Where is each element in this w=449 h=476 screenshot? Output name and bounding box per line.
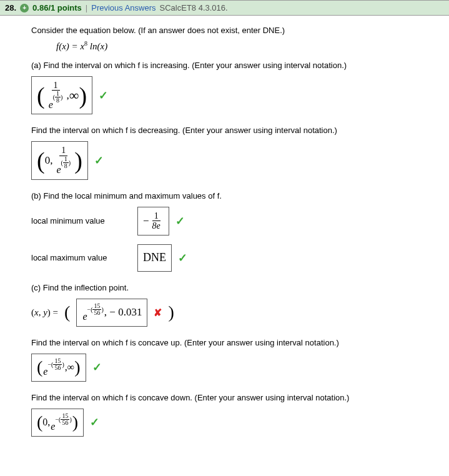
close-paren: ): [72, 414, 78, 430]
part-a-ans1-box[interactable]: ( 1 e (18) , ∞ ): [31, 76, 92, 114]
e-base: e: [56, 164, 61, 176]
open-paren: (: [37, 359, 42, 375]
e-power: e −(1556): [82, 303, 103, 322]
y-var: y: [43, 307, 47, 317]
neg-sign: −: [47, 361, 51, 368]
part-c-q: (c) Find the inflection point.: [31, 283, 430, 292]
xy-label: (x, y) =: [31, 307, 58, 318]
close-paren: ): [168, 304, 174, 320]
open-paren: (: [37, 150, 45, 171]
part-b-min-box[interactable]: − 1 8e: [137, 207, 169, 236]
small-frac: 18: [55, 91, 61, 104]
small-frac: 18: [63, 156, 69, 169]
part-c-q2: Find the interval on which f is concave …: [31, 338, 430, 347]
e-base: e: [82, 311, 87, 322]
part-c-ans3-row: ( 0, e −(1556) ) ✓: [31, 409, 430, 437]
neg-sign: −: [87, 306, 91, 313]
e-power: e (18): [56, 156, 71, 176]
sfrac-num: 15: [92, 303, 101, 310]
e-power: e (18): [49, 91, 63, 110]
close-paren: ): [74, 359, 80, 375]
e-base: e: [51, 421, 55, 432]
previous-answers-link[interactable]: Previous Answers: [91, 3, 155, 12]
local-max-label: local maximum value: [31, 253, 131, 262]
check-icon: ✓: [99, 89, 108, 102]
check-icon: ✓: [178, 251, 187, 265]
part-a-ans2-row: ( 0, 1 e (18) ) ✓: [31, 141, 430, 179]
check-icon: ✓: [94, 154, 104, 167]
part-c-ans-box[interactable]: e −(1556) , − 0.031: [76, 299, 147, 327]
sfrac-den: 56: [61, 420, 69, 426]
plus-icon[interactable]: +: [20, 4, 29, 12]
frac-den: 8e: [150, 221, 162, 231]
local-min-label: local minimum value: [31, 216, 131, 226]
part-b-max-box[interactable]: DNE: [137, 244, 172, 272]
question-header: 28. + 0.86/1 points | Previous Answers S…: [0, 0, 449, 16]
exp-group: −(1556): [47, 358, 64, 371]
open-paren: (: [37, 85, 45, 106]
sfrac-den: 8: [55, 97, 61, 104]
open-paren: (: [64, 304, 70, 320]
sfrac-den: 56: [92, 310, 101, 316]
separator: |: [86, 3, 87, 12]
close-paren: ): [79, 85, 87, 106]
sfrac-num: 15: [53, 358, 62, 365]
book-reference: SCalcET8 4.3.016.: [160, 3, 228, 12]
comma-inf: ,∞: [65, 362, 74, 373]
frac-den: e (18): [46, 91, 66, 110]
part-a-q1: (a) Find the interval on which f is incr…: [31, 61, 430, 70]
frac-num: 1: [59, 146, 67, 156]
open-paren: (: [37, 414, 42, 430]
small-frac: 1556: [61, 413, 69, 426]
part-a-q1-text: (a) Find the interval on which f is incr…: [31, 61, 347, 70]
part-b-q: (b) Find the local minimum and maximum v…: [31, 191, 430, 201]
function-definition: f(x) = x8 ln(x): [56, 40, 430, 52]
check-icon: ✓: [90, 415, 99, 429]
part-b-max-row: local maximum value DNE ✓: [31, 244, 430, 272]
exp-group: −(1556): [55, 413, 71, 426]
sfrac-den: 56: [53, 365, 62, 371]
frac-num: 1: [52, 81, 60, 91]
part-a-ans2-box[interactable]: ( 0, 1 e (18) ): [31, 141, 88, 179]
fraction: 1 e (18): [54, 146, 73, 175]
small-frac: 1556: [92, 303, 101, 316]
zero: 0,: [45, 154, 53, 167]
e-base: e: [49, 99, 53, 111]
check-icon: ✓: [175, 214, 185, 228]
e-power: e −(1556): [51, 413, 71, 432]
neg-sign: −: [143, 215, 149, 227]
question-content: Consider the equation below. (If an answ…: [0, 16, 449, 449]
part-c-ans3-box[interactable]: ( 0, e −(1556) ): [31, 409, 84, 437]
sfrac-num: 15: [61, 413, 69, 420]
part-c-ans-row: (x, y) = ( e −(1556) , − 0.031 ✘ ): [31, 299, 430, 327]
sfrac-den: 8: [63, 163, 69, 169]
question-number: 28.: [5, 3, 16, 12]
small-frac: 1556: [53, 358, 62, 371]
zero: 0,: [42, 417, 50, 428]
part-c-ans2-row: ( e −(1556) ,∞ ) ✓: [31, 354, 430, 382]
check-icon: ✓: [92, 360, 102, 374]
x-var: x: [34, 307, 39, 317]
main-prompt: Consider the equation below. (If an answ…: [31, 26, 430, 35]
points-label: 0.86/1 points: [32, 3, 82, 12]
cross-icon: ✘: [154, 307, 162, 319]
part-a-ans1-row: ( 1 e (18) , ∞ ) ✓: [31, 76, 430, 114]
exp-group: (18): [53, 91, 63, 104]
neg-sign: −: [55, 416, 59, 423]
exp-group: (18): [61, 156, 71, 169]
part-a-q2: Find the interval on which f is decreasi…: [31, 126, 430, 135]
fraction: 1 e (18): [46, 81, 66, 110]
e-power: e −(1556): [43, 358, 64, 377]
e-base: e: [43, 366, 47, 377]
part-c-ans2-box[interactable]: ( e −(1556) ,∞ ): [31, 354, 86, 382]
exp-group: −(1556): [87, 303, 104, 316]
frac-num: 1: [152, 211, 160, 221]
frac-den: e (18): [54, 156, 73, 176]
part-b-min-row: local minimum value − 1 8e ✓: [31, 207, 430, 236]
close-paren: ): [74, 150, 82, 171]
comma-value: , − 0.031: [104, 306, 142, 319]
func-rhs: ln(x): [87, 41, 107, 51]
fraction: 1 8e: [150, 211, 162, 231]
part-c-q3: Find the interval on which f is concave …: [31, 393, 430, 402]
func-lhs: f(x) = x: [56, 41, 84, 51]
